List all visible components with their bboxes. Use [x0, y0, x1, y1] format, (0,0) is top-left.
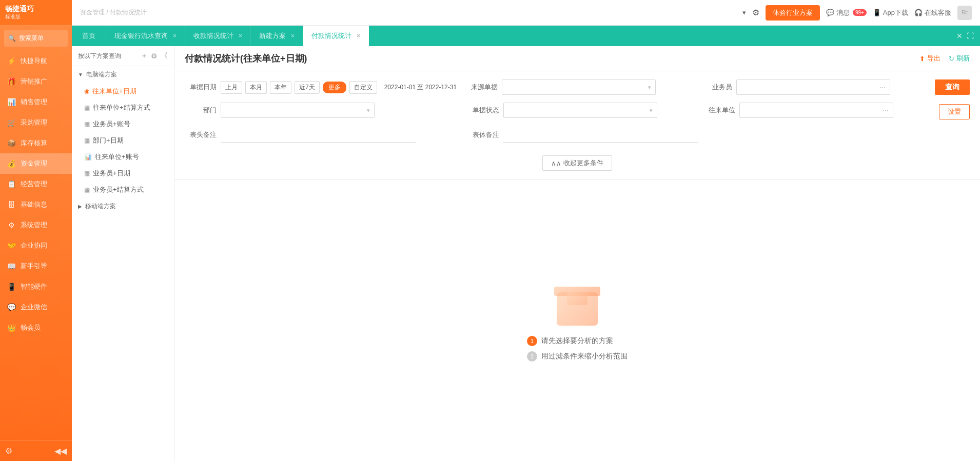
chart-icon: 📊 [6, 97, 16, 107]
expand-icon[interactable]: ⛶ [967, 32, 974, 40]
source-select[interactable]: ▾ [502, 79, 656, 95]
sidebar-item-wechat[interactable]: 💬 企业微信 [0, 297, 72, 317]
sidebar-item-funds[interactable]: 💰 资金管理 [0, 153, 72, 174]
voucher-status-select[interactable]: ▾ [503, 103, 657, 118]
empty-step-2: 2 用过滤条件来缩小分析范围 [527, 351, 628, 362]
message-badge: 99+ [853, 9, 867, 16]
sidebar-item-vip[interactable]: 👑 畅会员 [0, 317, 72, 338]
download-icon: 📱 [873, 9, 881, 16]
message-button[interactable]: 💬 消息 99+ [826, 8, 867, 17]
sidebar-item-label: 基础信息 [21, 200, 47, 209]
date-btn-more[interactable]: 更多 [323, 82, 346, 93]
tab-bank-flow[interactable]: 现金银行流水查询 × [106, 26, 185, 46]
sidebar-item-label: 智能硬件 [21, 282, 47, 291]
page-title: 付款情况统计(往来单位+日期) [185, 52, 307, 65]
ellipsis-icon[interactable]: ··· [883, 106, 889, 114]
app-download-button[interactable]: 📱 App下载 [873, 8, 908, 17]
step-1-text: 请先选择要分析的方案 [541, 336, 613, 346]
sidebar-item-sales[interactable]: 📊 销售管理 [0, 92, 72, 112]
sidebar-item-inventory[interactable]: 📦 库存核算 [0, 133, 72, 153]
sidebar: 畅捷通巧 标准版 🔍 搜索菜单 ⚡ 快捷导航 🎁 营销推广 📊 销售管理 🛒 采… [0, 0, 72, 461]
dropdown-arrow-icon[interactable]: ▾ [742, 9, 746, 16]
plan-item-salesperson-payment[interactable]: ▦ 业务员+结算方式 [72, 182, 174, 198]
plan-item-label: 往来单位+账号 [95, 152, 139, 162]
add-plan-icon[interactable]: ＋ [141, 51, 148, 61]
export-button[interactable]: ⬆ 导出 [919, 54, 940, 63]
plan-icon: ▦ [84, 170, 90, 177]
plan-item-salesperson-account[interactable]: ▦ 业务员+账号 [72, 116, 174, 132]
sidebar-search[interactable]: 🔍 搜索菜单 [4, 30, 68, 47]
close-all-tabs-icon[interactable]: ✕ [956, 32, 963, 40]
tab-receipts[interactable]: 收款情况统计 × [185, 26, 251, 46]
sidebar-item-enterprise[interactable]: 🤝 企业协同 [0, 235, 72, 256]
tab-home[interactable]: 首页 [72, 26, 106, 46]
filter-row-1: 单据日期 上月 本月 本年 近7天 更多 自定义 2022-01-01 至 20… [185, 79, 970, 95]
plan-item-counterpart-date[interactable]: ◉ 往来单位+日期 [72, 83, 174, 99]
tab-new-plan-close-icon[interactable]: × [291, 32, 295, 39]
refresh-button[interactable]: ↻ 刷新 [949, 54, 970, 63]
step-1-num: 1 [527, 336, 537, 346]
plan-item-label: 业务员+日期 [93, 169, 130, 178]
collapse-panel-icon[interactable]: 《 [161, 51, 168, 61]
settings-action-col: 设置 [939, 101, 970, 119]
money-icon: 💰 [6, 158, 16, 169]
query-button[interactable]: 查询 [935, 79, 970, 95]
body-note-input[interactable] [503, 127, 698, 143]
body-note-label: 表体备注 [467, 130, 503, 139]
sidebar-item-system[interactable]: ⚙ 系统管理 [0, 215, 72, 235]
sidebar-item-operations[interactable]: 📋 经营管理 [0, 174, 72, 194]
dept-select[interactable]: ▾ [221, 103, 375, 118]
date-filter-label: 单据日期 [185, 83, 221, 92]
collapse-button[interactable]: ∧∧ 收起更多条件 [542, 155, 612, 171]
sidebar-logo: 畅捷通巧 标准版 [0, 0, 72, 26]
plan-item-counterpart-account[interactable]: 📊 往来单位+账号 [72, 149, 174, 165]
sidebar-item-marketing[interactable]: 🎁 营销推广 [0, 71, 72, 92]
sidebar-item-guide[interactable]: 📖 新手引导 [0, 256, 72, 276]
salesperson-select[interactable]: ··· [736, 79, 890, 95]
date-btn-7days[interactable]: 近7天 [295, 81, 320, 94]
settings-plan-icon[interactable]: ⚙ [151, 52, 158, 60]
plan-item-salesperson-date[interactable]: ▦ 业务员+日期 [72, 165, 174, 182]
date-btn-custom[interactable]: 自定义 [349, 81, 377, 94]
date-btn-this-month[interactable]: 本月 [245, 81, 267, 94]
header-note-input[interactable] [221, 127, 416, 143]
cart-icon: 🛒 [6, 117, 16, 128]
settings-button[interactable]: 设置 [939, 104, 970, 119]
sidebar-item-label: 采购管理 [21, 118, 47, 127]
export-icon: ⬆ [919, 55, 925, 63]
desktop-section-title[interactable]: ▼ 电脑端方案 [72, 66, 174, 83]
search-label: 搜索菜单 [19, 34, 44, 43]
plan-item-counterpart-payment[interactable]: ▦ 往来单位+结算方式 [72, 99, 174, 116]
chevron-down-icon: ▾ [648, 84, 651, 91]
plan-item-dept-date[interactable]: ▦ 部门+日期 [72, 132, 174, 149]
tab-bank-flow-label: 现金银行流水查询 [114, 31, 168, 41]
left-panel: 按以下方案查询 ＋ ⚙ 《 ▼ 电脑端方案 ◉ 往来单位+日期 ▦ 往来单位+结… [72, 46, 174, 461]
ellipsis-icon[interactable]: ··· [879, 83, 886, 91]
user-avatar[interactable]: Rit [957, 6, 972, 20]
tab-receipts-close-icon[interactable]: × [239, 32, 242, 39]
mobile-section-title[interactable]: ▶ 移动端方案 [72, 198, 174, 215]
collapse-sidebar-icon[interactable]: ◀◀ [54, 446, 67, 456]
sidebar-item-quick-nav[interactable]: ⚡ 快捷导航 [0, 51, 72, 71]
settings-icon[interactable]: ⚙ [752, 8, 759, 17]
sidebar-item-label: 销售管理 [21, 97, 47, 107]
lightning-icon: ⚡ [6, 56, 16, 66]
tab-bank-flow-close-icon[interactable]: × [173, 32, 177, 39]
date-btn-this-year[interactable]: 本年 [270, 81, 291, 94]
header-note-label: 表头备注 [185, 130, 221, 139]
section-arrow-icon: ▶ [78, 204, 82, 209]
sidebar-item-purchase[interactable]: 🛒 采购管理 [0, 112, 72, 133]
counterpart-select[interactable]: ··· [739, 103, 893, 118]
sidebar-item-basic-info[interactable]: 🗄 基础信息 [0, 194, 72, 215]
chat-icon: 💬 [6, 302, 16, 312]
trial-plan-button[interactable]: 体验行业方案 [766, 5, 820, 21]
tab-payment-stats-close-icon[interactable]: × [357, 32, 360, 39]
gear-bottom-icon[interactable]: ⚙ [5, 446, 12, 456]
date-btn-last-month[interactable]: 上月 [221, 81, 242, 94]
breadcrumb-text: 资金管理 / 付款情况统计 [80, 8, 147, 17]
tab-payment-stats[interactable]: 付款情况统计 × [303, 26, 369, 46]
step-2-text: 用过滤条件来缩小分析范围 [541, 352, 628, 361]
tab-new-plan[interactable]: 新建方案 × [251, 26, 303, 46]
online-service-button[interactable]: 🎧 在线客服 [914, 8, 951, 17]
sidebar-item-hardware[interactable]: 📱 智能硬件 [0, 276, 72, 297]
